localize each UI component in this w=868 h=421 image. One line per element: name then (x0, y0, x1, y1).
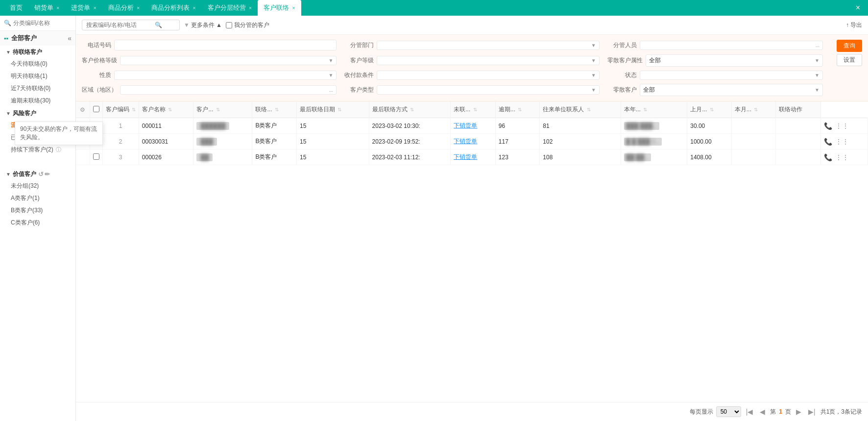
sidebar-item-7days[interactable]: 近7天待联络(0) (0, 82, 75, 95)
uncontact-column-header[interactable]: 未联... ⇅ (451, 101, 496, 118)
sidebar-item-classA-label: A类客户(1) (11, 195, 40, 201)
filter-select-payment[interactable]: ▼ (377, 71, 599, 80)
value-edit-icon[interactable]: ↺ (38, 171, 44, 178)
contact2-column-header[interactable]: 往来单位联系人 ⇅ (540, 101, 621, 118)
sidebar-item-classA[interactable]: A类客户(1) (0, 192, 75, 204)
filter-select-nature[interactable]: ▼ (114, 71, 337, 80)
lastway-column-header[interactable]: 最后联络方式 ⇅ (369, 101, 451, 118)
page-size-select[interactable]: 20 50 100 (716, 406, 741, 417)
thismonth-column-header[interactable]: 本月... ⇅ (731, 101, 776, 118)
filter-select-status[interactable]: ▼ (640, 71, 823, 80)
select-all-checkbox[interactable] (93, 106, 99, 112)
filter-select-dept[interactable]: ▼ (377, 41, 599, 50)
row-contact2-0: ███ ███... (621, 118, 687, 134)
my-customer-checkbox[interactable] (226, 22, 232, 28)
export-button[interactable]: ↑ 导出 (846, 21, 862, 29)
sidebar-group-value[interactable]: ▼ 价值客户 ↺ ✏ (0, 168, 75, 180)
row-lastway-0[interactable]: 下销货单 (451, 118, 496, 134)
prev-page-button[interactable]: ◀ (758, 407, 767, 416)
sidebar-search-input[interactable] (13, 20, 76, 26)
filter-search-input[interactable] (86, 22, 155, 28)
nav-tab-analysis-list-close[interactable]: × (193, 5, 195, 11)
contact-column-header[interactable]: 联络... ⇅ (252, 101, 297, 118)
row-action-1[interactable]: 📞 ⋮⋮ (820, 134, 868, 149)
filter-select-manager[interactable]: ... (640, 41, 823, 50)
row-lastway-link-1[interactable]: 下销货单 (454, 138, 477, 145)
nav-tab-customer-contact-close[interactable]: × (292, 5, 295, 11)
row-action-2[interactable]: 📞 ⋮⋮ (820, 149, 868, 165)
filter-label-nature: 性质 (82, 71, 111, 79)
code-column-header[interactable]: 客户编码 ⇅ (102, 101, 139, 118)
filter-select-region[interactable]: ... (120, 85, 337, 95)
nav-tab-sales-close[interactable]: × (56, 5, 59, 11)
value-settings-icon[interactable]: ✏ (45, 171, 50, 178)
contact-action-icon-2[interactable]: 📞 (824, 153, 832, 161)
sidebar-item-overdue[interactable]: 逾期未联络(30) (0, 95, 75, 107)
nav-tab-purchase-close[interactable]: × (93, 5, 96, 11)
filter-select-price-level[interactable]: ▼ (120, 56, 337, 65)
gear-column-header[interactable]: ⚙ (76, 101, 90, 118)
row-action-0[interactable]: 📞 ⋮⋮ (820, 118, 868, 134)
pagination-info: 第 (770, 408, 776, 416)
filter-select-retail-attr[interactable]: 全部 ▼ (646, 54, 823, 67)
lastmonth-column-header[interactable]: 上月... ⇅ (687, 101, 732, 118)
sidebar-item-ungroup-label: 未分组(32) (11, 182, 39, 189)
row-lastway-link-0[interactable]: 下销货单 (454, 122, 477, 129)
more-action-icon-2[interactable]: ⋮⋮ (835, 153, 849, 161)
filter-select-customer-type[interactable]: ▼ (377, 85, 599, 95)
nav-tab-customer-contact[interactable]: 客户联络 × (258, 0, 301, 16)
action-column-label: 联络动作 (779, 106, 802, 113)
sidebar-group-risk[interactable]: ▼ 风险客户 (0, 107, 75, 119)
nav-tab-analysis[interactable]: 商品分析 × (102, 0, 145, 16)
sidebar-item-classB[interactable]: B类客户(33) (0, 204, 75, 217)
name-column-header[interactable]: 客户名称 ⇅ (139, 101, 193, 118)
row-check-2[interactable] (90, 149, 102, 165)
nav-tab-analysis-close[interactable]: × (137, 5, 140, 11)
sidebar-item-today[interactable]: 今天待联络(0) (0, 58, 75, 70)
filter-select-retail-attr-value: 全部 (649, 56, 661, 65)
sidebar-item-ungroup[interactable]: 未分组(32) (0, 180, 75, 192)
lastdate-column-header[interactable]: 最后联络日期 ⇅ (297, 101, 369, 118)
filter-label-phone: 电话号码 (82, 41, 111, 50)
row-lastdate-0: 2023-03-02 10:30: (369, 118, 451, 134)
contact-action-icon-1[interactable]: 📞 (824, 138, 832, 146)
row-lastway-1[interactable]: 下销货单 (451, 134, 496, 149)
sidebar-item-declining[interactable]: 持续下滑客户(2) ⓘ (0, 144, 75, 156)
filter-select-customer-level[interactable]: ▼ (377, 56, 599, 65)
row-lastway-link-2[interactable]: 下销货单 (454, 153, 477, 160)
check-column-header[interactable] (90, 101, 102, 118)
nav-tab-analysis-list[interactable]: 商品分析列表 × (145, 0, 201, 16)
last-page-button[interactable]: ▶| (806, 407, 818, 416)
row-checkbox-2[interactable] (93, 153, 99, 160)
filter-input-phone[interactable] (114, 40, 337, 50)
sidebar-group-pending[interactable]: ▼ 待联络客户 (0, 46, 75, 58)
nav-tab-customer-tier-close[interactable]: × (249, 5, 252, 11)
sidebar-collapse-button[interactable]: « (68, 34, 72, 42)
nav-close-all-button[interactable]: × (852, 3, 864, 12)
filter-search-button[interactable]: 🔍 (155, 22, 162, 28)
my-customer-checkbox-label[interactable]: 我分管的客户 (226, 21, 269, 29)
nav-tab-customer-tier[interactable]: 客户分层经营 × (202, 0, 258, 16)
contact-action-icon-0[interactable]: 📞 (824, 122, 832, 130)
my-customer-label: 我分管的客户 (234, 21, 269, 29)
row-lastmonth-2 (731, 149, 776, 165)
thisyear-column-header[interactable]: 本年... ⇅ (621, 101, 687, 118)
more-action-icon-0[interactable]: ⋮⋮ (835, 122, 849, 130)
filter-select-retail-customer[interactable]: 全部 ▼ (640, 84, 823, 96)
type-column-header[interactable]: 客户... ⇅ (193, 101, 252, 118)
query-button[interactable]: 查询 (837, 40, 862, 52)
more-action-icon-1[interactable]: ⋮⋮ (835, 138, 849, 146)
value-group-label: 价值客户 (13, 170, 36, 178)
overdue-column-header[interactable]: 逾期... ⇅ (495, 101, 540, 118)
nav-tab-sales[interactable]: 销货单 × (28, 0, 65, 16)
row-lastway-2[interactable]: 下销货单 (451, 149, 496, 165)
filter-more-button[interactable]: ▼ 更多条件 ▲ (184, 21, 222, 29)
sidebar-item-classC[interactable]: C类客户(6) (0, 217, 75, 229)
next-page-button[interactable]: ▶ (794, 407, 803, 416)
sidebar-root-header[interactable]: ▪▪ 全部客户 « (0, 31, 75, 46)
settings-button[interactable]: 设置 (837, 54, 862, 66)
nav-tab-purchase[interactable]: 进货单 × (65, 0, 102, 16)
nav-tab-home[interactable]: 首页 (4, 0, 28, 16)
first-page-button[interactable]: |◀ (744, 407, 755, 416)
sidebar-item-tomorrow[interactable]: 明天待联络(1) (0, 70, 75, 82)
